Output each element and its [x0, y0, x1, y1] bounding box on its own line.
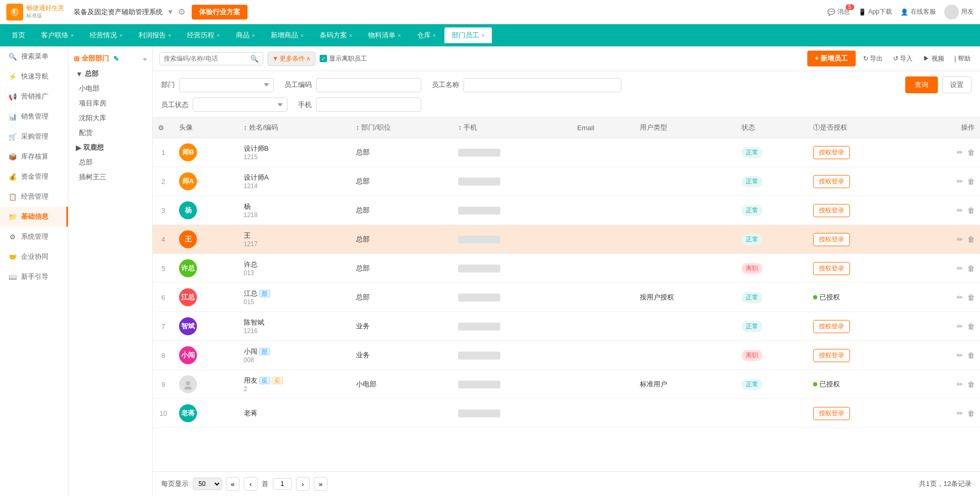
nav-tab-goods[interactable]: 商品 × [229, 27, 262, 43]
dept-item-project[interactable]: 项目库房 [68, 96, 152, 111]
first-page-btn[interactable]: « [226, 477, 240, 491]
dept-item-peihuo[interactable]: 配货 [68, 125, 152, 140]
close-icon[interactable]: × [481, 32, 484, 38]
edit-btn[interactable]: ✏ [957, 409, 963, 417]
delete-btn[interactable]: 🗑 [967, 148, 975, 157]
query-btn[interactable]: 查询 [905, 76, 938, 93]
nav-tab-history[interactable]: 经营历程 × [180, 27, 227, 43]
dept-item-xiaodian[interactable]: 小电部 [68, 81, 152, 96]
phone-filter-input[interactable] [316, 98, 421, 112]
nav-tab-add-goods[interactable]: 新增商品 × [263, 27, 311, 43]
edit-icon[interactable]: ✎ [113, 55, 119, 63]
nav-tab-profit[interactable]: 利润报告 × [131, 27, 179, 43]
close-icon[interactable]: × [252, 32, 255, 38]
more-filters-btn[interactable]: ▼ 更多条件 ∧ [268, 52, 315, 66]
help-btn[interactable]: | 帮助 [952, 52, 974, 65]
sidebar-item-sales[interactable]: 📊 销售管理 [0, 106, 68, 127]
auth-login-btn[interactable]: 授权登录 [813, 233, 850, 246]
dept-group-shuanglu[interactable]: ▶ 双鹿想 [68, 140, 152, 155]
last-page-btn[interactable]: » [314, 477, 328, 491]
nav-tab-operation[interactable]: 经营情况 × [82, 27, 130, 43]
sidebar-item-finance[interactable]: 💰 资金管理 [0, 167, 68, 187]
close-icon[interactable]: × [300, 32, 303, 38]
show-inactive-wrap[interactable]: ✓ 显示离职员工 [320, 54, 367, 63]
close-icon[interactable]: × [168, 32, 171, 38]
sidebar-item-system[interactable]: ⚙ 系统管理 [0, 227, 68, 247]
dept-all[interactable]: ⊞ 全部部门 ✎ « [68, 51, 152, 66]
nav-tab-bom[interactable]: 物料清单 × [361, 27, 408, 43]
col-phone[interactable]: ↕ 手机 [453, 118, 572, 138]
settings-icon[interactable]: ⚙ [178, 7, 185, 17]
sidebar-item-basic-info[interactable]: 📁 基础信息 [0, 207, 68, 227]
close-icon[interactable]: × [71, 32, 74, 38]
sidebar-item-quicknav[interactable]: ⚡ 快速导航 [0, 66, 68, 86]
nav-tab-customer[interactable]: 客户联络 × [34, 27, 81, 43]
delete-btn[interactable]: 🗑 [967, 177, 975, 186]
edit-btn[interactable]: ✏ [957, 177, 963, 186]
page-input[interactable] [273, 478, 292, 490]
edit-btn[interactable]: ✏ [957, 351, 963, 359]
auth-login-btn[interactable]: 授权登录 [813, 407, 850, 420]
delete-btn[interactable]: 🗑 [967, 235, 975, 244]
online-service-action[interactable]: 👤 在线客服 [900, 7, 936, 16]
import-btn[interactable]: ↺ 导入 [890, 52, 916, 65]
reset-btn[interactable]: 设置 [942, 76, 972, 93]
delete-btn[interactable]: 🗑 [967, 409, 975, 417]
edit-btn[interactable]: ✏ [957, 322, 963, 330]
sidebar-item-operation[interactable]: 📋 经营管理 [0, 187, 68, 207]
nav-tab-warehouse[interactable]: 仓库 × [410, 27, 443, 43]
next-page-btn[interactable]: › [296, 477, 310, 491]
sidebar-item-purchase[interactable]: 🛒 采购管理 [0, 127, 68, 147]
close-icon[interactable]: × [349, 32, 352, 38]
delete-btn[interactable]: 🗑 [967, 322, 975, 330]
edit-btn[interactable]: ✏ [957, 206, 963, 215]
per-page-select[interactable]: 50 100 [193, 478, 222, 490]
dept-item-shenyang[interactable]: 沈阳大库 [68, 111, 152, 125]
sidebar-item-search[interactable]: 🔍 搜索菜单 [0, 46, 68, 66]
search-input[interactable] [164, 55, 248, 62]
edit-btn[interactable]: ✏ [957, 264, 963, 273]
close-icon[interactable]: × [398, 32, 401, 38]
sidebar-item-guide[interactable]: 📖 新手引导 [0, 267, 68, 287]
auth-login-btn[interactable]: 授权登录 [813, 146, 850, 159]
expand-icon[interactable]: ▼ [167, 8, 174, 16]
edit-btn[interactable]: ✏ [957, 293, 963, 302]
auth-login-btn[interactable]: 授权登录 [813, 204, 850, 217]
dept-item-chashuwang[interactable]: 插树王三 [68, 170, 152, 184]
col-name-code[interactable]: ↕ 姓名/编码 [239, 118, 351, 138]
auth-login-btn[interactable]: 授权登录 [813, 320, 850, 333]
delete-btn[interactable]: 🗑 [967, 264, 975, 273]
edit-btn[interactable]: ✏ [957, 380, 963, 388]
status-filter-select[interactable] [193, 98, 288, 112]
dept-item-zongbu2[interactable]: 总部 [68, 155, 152, 170]
edit-btn[interactable]: ✏ [957, 148, 963, 157]
nav-tab-dept-staff[interactable]: 部门员工 × [444, 27, 492, 43]
prev-page-btn[interactable]: ‹ [244, 477, 258, 491]
app-download-action[interactable]: 📱 App下载 [858, 7, 892, 16]
delete-btn[interactable]: 🗑 [967, 206, 975, 215]
col-settings[interactable]: ⚙ [153, 118, 174, 138]
export-btn[interactable]: ↻ 导出 [860, 52, 886, 65]
sidebar-item-inventory[interactable]: 📦 库存核算 [0, 147, 68, 167]
nav-tab-barcode[interactable]: 条码方案 × [312, 27, 360, 43]
view-btn[interactable]: ▶ 视频 [920, 52, 947, 65]
add-employee-btn[interactable]: + 新增员工 [807, 51, 855, 66]
dept-group-zongbu[interactable]: ▼ 总部 [68, 66, 152, 81]
show-inactive-checkbox[interactable]: ✓ [320, 55, 327, 62]
close-icon[interactable]: × [433, 32, 436, 38]
emp-name-input[interactable] [463, 78, 621, 92]
experience-btn[interactable]: 体验行业方案 [192, 5, 248, 20]
auth-login-btn[interactable]: 授权登录 [813, 262, 850, 275]
auth-login-btn[interactable]: 授权登录 [813, 349, 850, 362]
message-action[interactable]: 💬 消息 5 [827, 7, 850, 16]
auth-login-btn[interactable]: 授权登录 [813, 175, 850, 188]
close-icon[interactable]: × [119, 32, 122, 38]
delete-btn[interactable]: 🗑 [967, 351, 975, 359]
sidebar-item-marketing[interactable]: 📢 营销推广 [0, 86, 68, 106]
collapse-panel-icon[interactable]: « [143, 55, 147, 63]
close-icon[interactable]: × [216, 32, 220, 38]
sidebar-item-collab[interactable]: 🤝 企业协同 [0, 247, 68, 267]
edit-btn[interactable]: ✏ [957, 235, 963, 244]
search-wrap[interactable]: 🔍 [159, 52, 263, 65]
col-dept-pos[interactable]: ↕ 部门/职位 [351, 118, 453, 138]
